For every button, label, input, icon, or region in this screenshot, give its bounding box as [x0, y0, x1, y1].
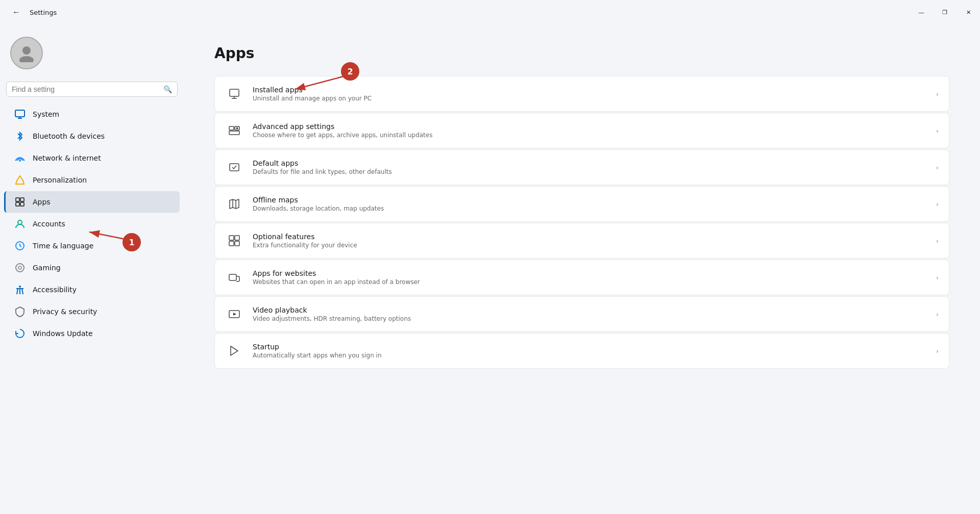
settings-list: Installed apps Uninstall and manage apps…: [214, 76, 949, 369]
settings-item-advanced-app-settings[interactable]: Advanced app settings Choose where to ge…: [214, 113, 949, 148]
sidebar-item-time[interactable]: Time & language: [4, 235, 180, 256]
accounts-icon: [14, 218, 26, 229]
network-icon: [14, 152, 26, 164]
settings-item-title: Installed apps: [253, 86, 927, 94]
sidebar-item-accessibility[interactable]: Accessibility: [4, 279, 180, 300]
svg-rect-9: [16, 202, 19, 206]
apps-for-websites-icon: [225, 268, 243, 287]
svg-rect-27: [229, 131, 239, 135]
svg-rect-2: [15, 110, 24, 117]
sidebar-item-gaming[interactable]: Gaming: [4, 257, 180, 278]
svg-point-17: [19, 286, 21, 288]
svg-point-0: [22, 46, 31, 55]
settings-item-video-playback[interactable]: Video playback Video adjustments, HDR st…: [214, 296, 949, 332]
chevron-right-icon: ›: [936, 90, 939, 98]
page-title: Apps: [214, 45, 949, 62]
app-title: Settings: [30, 9, 57, 16]
settings-item-title: Advanced app settings: [253, 122, 927, 131]
svg-rect-7: [16, 198, 19, 201]
update-icon: [14, 328, 26, 339]
user-profile[interactable]: [0, 29, 184, 82]
sidebar-item-label: System: [33, 110, 59, 118]
sidebar-item-update[interactable]: Windows Update: [4, 323, 180, 344]
settings-item-startup[interactable]: Startup Automatically start apps when yo…: [214, 333, 949, 369]
optional-features-icon: [225, 232, 243, 250]
bluetooth-icon: [14, 131, 26, 142]
chevron-right-icon: ›: [936, 237, 939, 245]
sidebar-item-label: Time & language: [33, 242, 93, 250]
settings-item-apps-for-websites[interactable]: Apps for websites Websites that can open…: [214, 260, 949, 295]
sidebar-item-label: Accessibility: [33, 286, 77, 294]
search-box[interactable]: 🔍: [6, 82, 178, 97]
settings-item-installed-apps[interactable]: Installed apps Uninstall and manage apps…: [214, 76, 949, 112]
sidebar-item-label: Personalization: [33, 176, 87, 184]
close-button[interactable]: ✕: [957, 0, 980, 24]
settings-item-default-apps[interactable]: Default apps Defaults for file and link …: [214, 149, 949, 185]
svg-marker-30: [230, 199, 239, 209]
svg-rect-33: [229, 236, 234, 240]
settings-item-title: Video playback: [253, 306, 927, 314]
avatar: [10, 37, 43, 69]
svg-rect-10: [20, 202, 24, 206]
sidebar-item-bluetooth[interactable]: Bluetooth & devices: [4, 125, 180, 147]
settings-item-desc: Extra functionality for your device: [253, 242, 927, 249]
svg-rect-29: [230, 164, 239, 171]
titlebar: ← Settings — ❐ ✕: [0, 0, 980, 24]
settings-item-desc: Video adjustments, HDR streaming, batter…: [253, 315, 927, 322]
default-apps-icon: [225, 158, 243, 176]
sidebar: 🔍 System Bluetooth & devices Network & i…: [0, 24, 184, 514]
svg-rect-37: [229, 274, 236, 280]
settings-item-desc: Automatically start apps when you sign i…: [253, 352, 927, 359]
chevron-right-icon: ›: [936, 311, 939, 318]
svg-marker-40: [231, 346, 238, 355]
settings-item-offline-maps[interactable]: Offline maps Downloads, storage location…: [214, 186, 949, 222]
settings-item-desc: Choose where to get apps, archive apps, …: [253, 132, 927, 139]
svg-rect-35: [229, 241, 234, 246]
svg-rect-34: [235, 236, 239, 240]
sidebar-item-personalization[interactable]: Personalization: [4, 169, 180, 191]
svg-point-1: [19, 56, 34, 62]
app-body: 🔍 System Bluetooth & devices Network & i…: [0, 24, 980, 514]
search-input[interactable]: [12, 85, 159, 93]
settings-item-desc: Downloads, storage location, map updates: [253, 205, 927, 212]
sidebar-item-accounts[interactable]: Accounts: [4, 213, 180, 235]
settings-item-title: Default apps: [253, 159, 927, 167]
sidebar-item-label: Bluetooth & devices: [33, 132, 105, 140]
offline-maps-icon: [225, 195, 243, 213]
gaming-icon: [14, 262, 26, 273]
sidebar-item-network[interactable]: Network & internet: [4, 147, 180, 169]
back-button[interactable]: ←: [8, 4, 24, 20]
personalization-icon: [14, 174, 26, 186]
svg-point-16: [18, 266, 21, 269]
sidebar-item-label: Accounts: [33, 220, 65, 228]
svg-point-11: [18, 220, 22, 224]
settings-item-optional-features[interactable]: Optional features Extra functionality fo…: [214, 223, 949, 259]
chevron-right-icon: ›: [936, 347, 939, 355]
maximize-button[interactable]: ❐: [933, 0, 957, 24]
startup-icon: [225, 342, 243, 360]
sidebar-item-privacy[interactable]: Privacy & security: [4, 301, 180, 322]
sidebar-item-system[interactable]: System: [4, 104, 180, 125]
chevron-right-icon: ›: [936, 127, 939, 135]
svg-line-14: [20, 246, 21, 247]
video-playback-icon: [225, 305, 243, 323]
installed-apps-icon: [225, 85, 243, 103]
time-icon: [14, 240, 26, 251]
svg-rect-19: [230, 89, 239, 96]
minimize-button[interactable]: —: [910, 0, 933, 24]
chevron-right-icon: ›: [936, 200, 939, 208]
svg-point-5: [19, 160, 21, 162]
svg-marker-39: [233, 313, 236, 316]
svg-rect-25: [229, 126, 234, 130]
settings-item-desc: Uninstall and manage apps on your PC: [253, 95, 927, 102]
sidebar-item-label: Windows Update: [33, 329, 93, 338]
settings-item-title: Offline maps: [253, 196, 927, 204]
window-controls: — ❐ ✕: [910, 0, 980, 24]
svg-rect-36: [235, 241, 239, 246]
system-icon: [14, 109, 26, 120]
apps-icon: [14, 196, 26, 208]
accessibility-icon: [14, 284, 26, 295]
search-icon: 🔍: [163, 85, 172, 93]
sidebar-item-apps[interactable]: Apps: [4, 191, 180, 213]
advanced-app-settings-icon: [225, 121, 243, 140]
